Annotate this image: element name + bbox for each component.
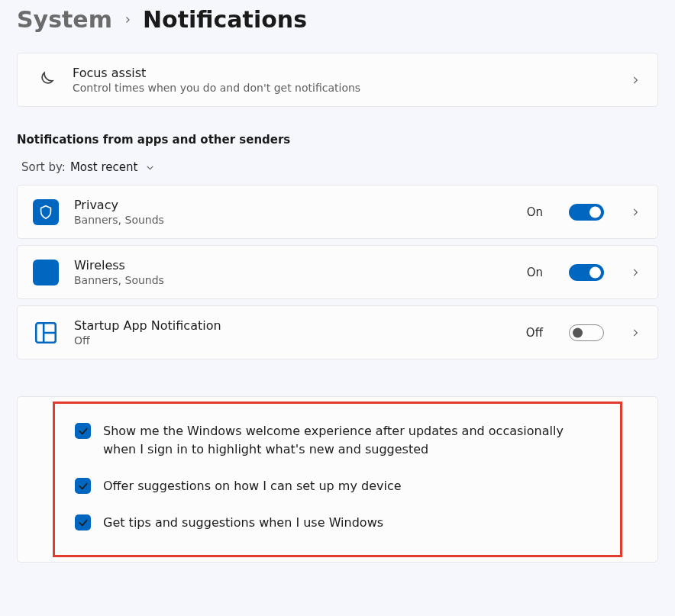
chevron-right-icon (628, 205, 642, 219)
sort-by-dropdown[interactable]: Sort by: Most recent (17, 157, 658, 185)
chevron-right-icon (628, 326, 642, 340)
shield-icon (33, 199, 59, 225)
checkbox[interactable] (75, 423, 91, 439)
app-name: Wireless (74, 258, 512, 273)
chevron-right-icon (123, 11, 132, 27)
suggestions-card: Show me the Windows welcome experience a… (17, 396, 658, 563)
breadcrumb-parent[interactable]: System (17, 6, 112, 33)
chevron-right-icon (628, 73, 642, 87)
toggle-switch[interactable] (569, 204, 604, 221)
suggestion-check-row: Show me the Windows welcome experience a… (69, 413, 606, 468)
chevron-right-icon (628, 266, 642, 279)
app-notification-row[interactable]: Startup App Notification Off Off (17, 305, 658, 360)
toggle-switch[interactable] (569, 324, 604, 341)
app-sub: Banners, Sounds (74, 214, 512, 226)
breadcrumb-current: Notifications (143, 6, 307, 33)
collage-icon (33, 320, 59, 346)
checkbox[interactable] (75, 478, 91, 494)
app-sub: Off (74, 334, 511, 347)
app-notification-row[interactable]: Wireless Banners, Sounds On (17, 245, 658, 299)
highlight-annotation: Show me the Windows welcome experience a… (53, 402, 622, 557)
senders-heading: Notifications from apps and other sender… (17, 133, 658, 147)
sort-by-label: Sort by: (21, 160, 66, 174)
suggestion-check-row: Get tips and suggestions when I use Wind… (69, 505, 606, 541)
checkbox-label: Get tips and suggestions when I use Wind… (103, 514, 383, 532)
square-icon (33, 260, 59, 285)
sort-by-value: Most recent (70, 160, 138, 174)
checkbox[interactable] (75, 514, 91, 531)
app-sub: Banners, Sounds (74, 274, 512, 286)
focus-assist-subtitle: Control times when you do and don't get … (73, 82, 613, 94)
checkbox-label: Show me the Windows welcome experience a… (103, 422, 600, 459)
chevron-down-icon (145, 163, 155, 173)
toggle-state-label: On (527, 266, 543, 279)
toggle-switch[interactable] (569, 264, 604, 281)
breadcrumb: System Notifications (17, 0, 658, 40)
focus-assist-title: Focus assist (73, 66, 613, 80)
checkbox-label: Offer suggestions on how I can set up my… (103, 477, 402, 495)
toggle-state-label: On (527, 205, 543, 219)
focus-assist-row[interactable]: Focus assist Control times when you do a… (17, 53, 658, 107)
moon-icon (33, 68, 57, 92)
app-notification-row[interactable]: Privacy Banners, Sounds On (17, 185, 658, 239)
toggle-state-label: Off (526, 326, 543, 340)
app-name: Startup App Notification (74, 318, 511, 333)
app-name: Privacy (74, 198, 512, 212)
suggestion-check-row: Offer suggestions on how I can set up my… (69, 468, 606, 505)
